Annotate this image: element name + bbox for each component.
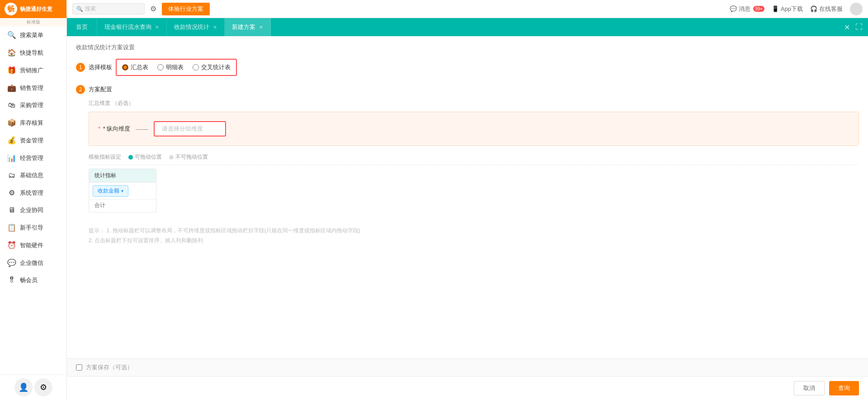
tabbar-actions: ✕ ⛶ [842, 21, 868, 33]
step2-title: 方案配置 [89, 85, 112, 94]
sidebar-item-corp-wechat[interactable]: 💬 企业微信 [0, 254, 66, 272]
required-star: * [98, 125, 100, 132]
purchase-icon: 🛍 [7, 101, 16, 109]
metrics-setting-label: 模板指标设定 [89, 153, 121, 161]
radio-detail-input[interactable] [157, 64, 164, 71]
sidebar-item-member[interactable]: 🎖 畅会员 [0, 272, 66, 289]
dimension-placeholder[interactable]: 请选择分组维度 [154, 121, 226, 136]
sidebar-item-newbie[interactable]: 📋 新手引导 [0, 219, 66, 236]
message-btn[interactable]: 💬 消息 99+ [730, 5, 764, 13]
save-checkbox[interactable] [76, 364, 82, 371]
tab-receivable-stat-close[interactable]: ✕ [213, 24, 217, 30]
tab-new-plan-close[interactable]: ✕ [259, 24, 263, 30]
tab-new-plan[interactable]: 新建方案 ✕ [225, 18, 271, 36]
user-avatar[interactable] [850, 3, 863, 15]
cancel-button[interactable]: 取消 [794, 381, 825, 395]
sidebar-logo: 畅 畅捷通好生意 [0, 0, 66, 18]
tab-bank-flow-close[interactable]: ✕ [155, 24, 159, 30]
sidebar-item-label: 系统管理 [20, 189, 43, 197]
sidebar-item-label: 畅会员 [20, 276, 38, 284]
sidebar-item-label: 企业微信 [20, 259, 43, 267]
step2-header: 2 方案配置 [76, 85, 859, 94]
metrics-section: 模板指标设定 可拖动位置 不可拖动位置 [89, 153, 859, 212]
sidebar-edition: 标准版 [0, 18, 66, 26]
dimension-area: * * 纵向维度 —— 请选择分组维度 [89, 112, 859, 146]
tabbar: 首页 现金银行流水查询 ✕ 收款情况统计 ✕ 新建方案 ✕ ✕ ⛶ [67, 18, 868, 36]
metrics-category-label: 统计指标 [89, 169, 156, 183]
inventory-icon: 📦 [7, 118, 16, 127]
save-label[interactable]: 方案保存（可选） [86, 363, 133, 372]
download-btn[interactable]: 📱 App下载 [772, 5, 803, 13]
sidebar-item-system[interactable]: ⚙ 系统管理 [0, 184, 66, 202]
sidebar-item-label: 采购管理 [20, 101, 43, 109]
sidebar-settings-btn[interactable]: ⚙ [34, 378, 52, 396]
radio-detail[interactable]: 明细表 [157, 63, 184, 71]
metrics-tag-amount[interactable]: 收款金额 ▾ [93, 185, 128, 197]
sales-icon: 💼 [7, 84, 16, 92]
tab-bank-flow[interactable]: 现金银行流水查询 ✕ [97, 18, 167, 36]
service-btn[interactable]: 🎧 在线客服 [810, 5, 843, 13]
sidebar-item-label: 智能硬件 [20, 241, 43, 249]
sidebar-item-inventory[interactable]: 📦 库存核算 [0, 114, 66, 132]
industry-btn[interactable]: 体验行业方案 [162, 3, 210, 15]
tab-receivable-stat[interactable]: 收款情况统计 ✕ [167, 18, 225, 36]
sidebar-item-marketing[interactable]: 🎁 营销推广 [0, 61, 66, 79]
sidebar-item-sales[interactable]: 💼 销售管理 [0, 79, 66, 97]
radio-summary-input[interactable] [122, 64, 128, 71]
tab-receivable-stat-label: 收款情况统计 [174, 23, 209, 31]
close-window-btn[interactable]: ✕ [842, 21, 852, 33]
radio-cross[interactable]: 交叉统计表 [193, 63, 231, 71]
sidebar-item-label: 新手引导 [20, 224, 43, 232]
maximize-btn[interactable]: ⛶ [854, 21, 864, 33]
sidebar-item-label: 搜索菜单 [20, 31, 43, 39]
search-box[interactable]: 🔍 搜索 [72, 3, 145, 14]
newbie-icon: 📋 [7, 223, 16, 232]
message-badge: 99+ [753, 6, 764, 12]
radio-detail-label: 明细表 [166, 63, 184, 71]
sidebar-item-label: 企业协同 [20, 206, 43, 214]
sidebar-item-basic-info[interactable]: 🗂 基础信息 [0, 167, 66, 184]
metrics-tag-row: 收款金额 ▾ [89, 183, 156, 200]
tab-home-label: 首页 [76, 23, 88, 31]
system-icon: ⚙ [7, 188, 16, 197]
basic-info-icon: 🗂 [7, 171, 16, 179]
service-icon: 🎧 [810, 5, 817, 12]
sidebar: 畅 畅捷通好生意 标准版 🔍 搜索菜单 🏠 快捷导航 🎁 营销推广 💼 销售管理… [0, 0, 67, 400]
topbar-right: 💬 消息 99+ 📱 App下载 🎧 在线客服 [730, 3, 863, 15]
smart-hw-icon: ⏰ [7, 241, 16, 249]
radio-summary[interactable]: 汇总表 [122, 63, 148, 71]
settings-icon[interactable]: ⚙ [150, 5, 156, 13]
step1-num: 1 [76, 63, 85, 72]
content-inner: 收款情况统计方案设置 1 选择模板 汇总表 明细表 [67, 36, 868, 358]
radio-cross-input[interactable] [193, 64, 199, 71]
radio-cross-label: 交叉统计表 [201, 63, 231, 71]
sidebar-avatar-btn[interactable]: 👤 [14, 378, 33, 396]
operation-icon: 📊 [7, 154, 16, 162]
sidebar-item-search-menu[interactable]: 🔍 搜索菜单 [0, 26, 66, 44]
vertical-dim-label: * * 纵向维度 [98, 125, 130, 133]
main-area: 🔍 搜索 ⚙ 体验行业方案 💬 消息 99+ 📱 App下载 🎧 在线客服 首页 [67, 0, 868, 400]
sidebar-item-quick-nav[interactable]: 🏠 快捷导航 [0, 44, 66, 61]
message-label: 消息 [739, 5, 750, 13]
sidebar-item-corp-collab[interactable]: 🖥 企业协同 [0, 202, 66, 219]
sidebar-item-finance[interactable]: 💰 资金管理 [0, 132, 66, 149]
query-button[interactable]: 查询 [829, 381, 859, 395]
marketing-icon: 🎁 [7, 66, 16, 75]
subsection-container: 汇总维度 （必选） * * 纵向维度 —— 请选择分组维度 [89, 99, 859, 245]
sidebar-item-operation[interactable]: 📊 经营管理 [0, 149, 66, 167]
download-icon: 📱 [772, 5, 779, 12]
search-placeholder: 搜索 [85, 5, 96, 13]
corp-wechat-icon: 💬 [7, 259, 16, 267]
toggle-draggable-label: 可拖动位置 [135, 153, 162, 161]
home-icon: 🏠 [7, 48, 16, 57]
download-label: App下载 [781, 5, 803, 13]
metrics-sub-label: 合计 [89, 200, 156, 212]
step1-header: 1 选择模板 汇总表 明细表 交叉统计表 [76, 59, 859, 76]
step2-section: 2 方案配置 汇总维度 （必选） * * 纵向维度 [76, 85, 859, 245]
hint-2: 2. 点击标题栏下拉可设置排序、插入列和删除列 [89, 236, 859, 246]
sidebar-bottom: 👤 ⚙ [0, 374, 66, 400]
sidebar-item-smart-hw[interactable]: ⏰ 智能硬件 [0, 236, 66, 254]
tab-home[interactable]: 首页 [67, 18, 97, 36]
sidebar-item-purchase[interactable]: 🛍 采购管理 [0, 97, 66, 114]
tab-bank-flow-label: 现金银行流水查询 [104, 23, 151, 31]
